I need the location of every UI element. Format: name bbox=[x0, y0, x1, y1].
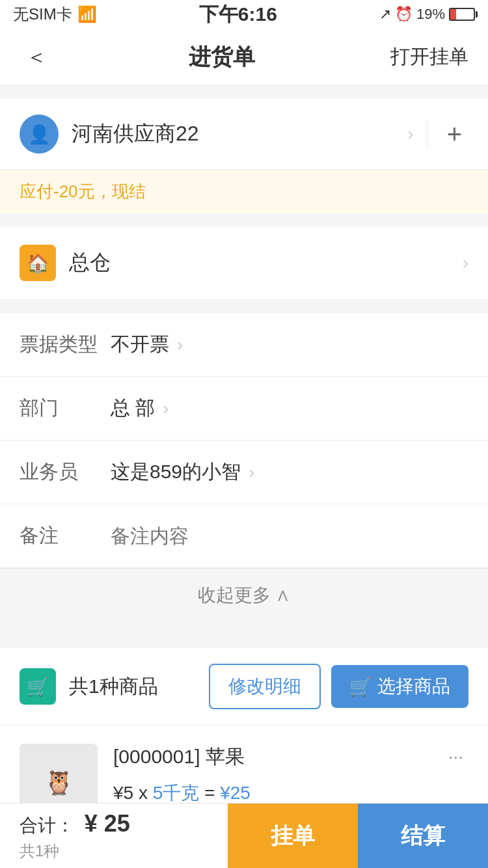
supplier-row[interactable]: 👤 河南供应商22 › + bbox=[0, 99, 488, 170]
status-bar-time: 下午6:16 bbox=[199, 1, 277, 28]
page-title: 进货单 bbox=[189, 42, 255, 72]
gap-2 bbox=[0, 213, 488, 226]
divider bbox=[427, 120, 427, 148]
nav-bar: ＜ 进货单 打开挂单 bbox=[0, 29, 488, 86]
select-product-label: 选择商品 bbox=[377, 674, 450, 699]
collapse-button[interactable]: 收起更多 ∧ bbox=[0, 568, 488, 622]
invoice-type-row[interactable]: 票据类型 不开票 › bbox=[0, 313, 488, 377]
chevron-right-icon: › bbox=[407, 124, 413, 144]
salesperson-row[interactable]: 业务员 这是859的小智 › bbox=[0, 441, 488, 504]
status-bar-right: ↗ ⏰ 19% bbox=[379, 6, 475, 23]
supplier-name: 河南供应商22 bbox=[72, 120, 407, 148]
product-price: ¥5 x 5千克 = ¥25 bbox=[113, 781, 443, 806]
battery-icon bbox=[449, 8, 475, 21]
notice-bar: 应付-20元，现结 bbox=[0, 170, 488, 213]
form-section: 票据类型 不开票 › 部门 总 部 › 业务员 这是859的小智 › 备注 收起… bbox=[0, 313, 488, 622]
select-product-button[interactable]: 🛒 选择商品 bbox=[331, 665, 468, 708]
hang-button[interactable]: 挂单 bbox=[228, 804, 358, 869]
collapse-label: 收起更多 ∧ bbox=[198, 585, 291, 605]
open-hang-button[interactable]: 打开挂单 bbox=[390, 44, 468, 70]
warehouse-icon: 🏠 bbox=[20, 245, 56, 281]
department-row[interactable]: 部门 总 部 › bbox=[0, 377, 488, 441]
supplier-section: 👤 河南供应商22 › + 应付-20元，现结 bbox=[0, 99, 488, 213]
cart-icon: 🛒 bbox=[349, 676, 372, 698]
quantity-value: 5千克 bbox=[153, 783, 200, 803]
battery-fill bbox=[450, 9, 456, 20]
gap-4 bbox=[0, 622, 488, 635]
product-info: [0000001] 苹果 ¥5 x 5千克 = ¥25 bbox=[113, 744, 443, 806]
checkout-button[interactable]: 结算 bbox=[358, 804, 488, 869]
owl-icon: 🦉 bbox=[44, 769, 74, 796]
add-button[interactable]: + bbox=[441, 120, 468, 149]
total-line: 合计： ¥ 25 bbox=[20, 810, 208, 838]
warehouse-section: 🏠 总仓 › bbox=[0, 226, 488, 300]
products-header: 🛒 共1种商品 修改明细 🛒 选择商品 bbox=[0, 648, 488, 726]
department-value: 总 部 bbox=[111, 395, 155, 422]
department-label: 部门 bbox=[20, 395, 111, 422]
total-value: ¥25 bbox=[220, 783, 251, 803]
equals-sign: = bbox=[204, 783, 220, 803]
gap-3 bbox=[0, 300, 488, 313]
carrier-label: 无SIM卡 bbox=[13, 4, 72, 25]
battery-percent: 19% bbox=[416, 6, 445, 23]
status-bar-left: 无SIM卡 📶 bbox=[13, 4, 97, 25]
chevron-right-icon-4: › bbox=[163, 398, 169, 419]
gap-1 bbox=[0, 86, 488, 99]
salesperson-label: 业务员 bbox=[20, 459, 111, 485]
total-label: 合计： bbox=[20, 815, 74, 835]
bottom-bar: 合计： ¥ 25 共1种 挂单 结算 bbox=[0, 803, 488, 868]
products-icon: 🛒 bbox=[20, 668, 56, 705]
warehouse-label: 总仓 bbox=[69, 249, 463, 277]
total-count: 共1种 bbox=[20, 841, 208, 861]
more-button[interactable]: ··· bbox=[443, 744, 468, 770]
avatar-icon: 👤 bbox=[28, 124, 51, 145]
alarm-icon: ⏰ bbox=[395, 6, 413, 23]
total-amount: ¥ 25 bbox=[85, 810, 130, 837]
salesperson-value: 这是859的小智 bbox=[111, 459, 241, 485]
chevron-right-icon-5: › bbox=[249, 462, 254, 483]
price-value: ¥5 bbox=[113, 783, 133, 803]
back-button[interactable]: ＜ bbox=[20, 36, 53, 78]
status-bar: 无SIM卡 📶 下午6:16 ↗ ⏰ 19% bbox=[0, 0, 488, 29]
multiply-sign: x bbox=[139, 783, 153, 803]
chevron-right-icon-3: › bbox=[177, 334, 183, 355]
edit-detail-button[interactable]: 修改明细 bbox=[209, 664, 321, 709]
avatar: 👤 bbox=[20, 115, 59, 154]
remark-row[interactable]: 备注 bbox=[0, 504, 488, 568]
total-section: 合计： ¥ 25 共1种 bbox=[0, 810, 228, 861]
product-name: [0000001] 苹果 bbox=[113, 744, 443, 770]
chevron-right-icon-2: › bbox=[463, 252, 468, 273]
remark-input[interactable] bbox=[111, 525, 468, 547]
wifi-icon: 📶 bbox=[77, 5, 97, 23]
warehouse-row[interactable]: 🏠 总仓 › bbox=[0, 226, 488, 300]
products-count: 共1种商品 bbox=[69, 673, 209, 700]
notice-text: 应付-20元，现结 bbox=[20, 182, 146, 201]
direction-icon: ↗ bbox=[379, 6, 391, 23]
invoice-type-value: 不开票 bbox=[111, 331, 169, 358]
invoice-type-label: 票据类型 bbox=[20, 331, 111, 358]
remark-label: 备注 bbox=[20, 522, 111, 549]
